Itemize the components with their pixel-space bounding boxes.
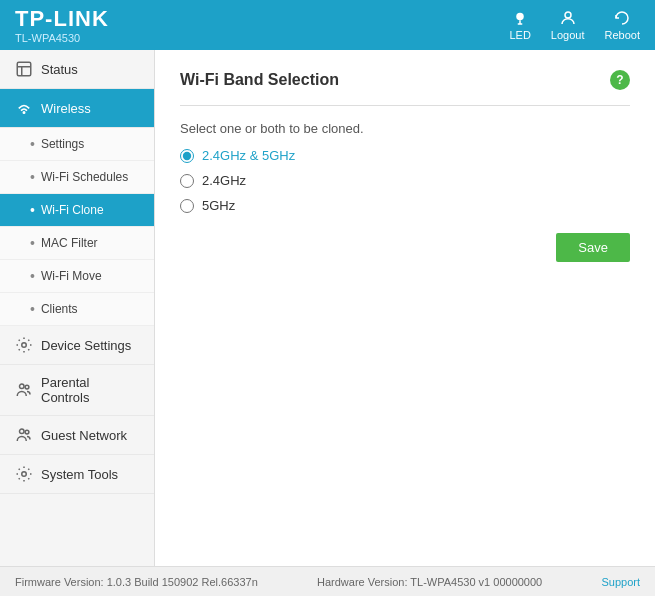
- svg-point-8: [22, 343, 27, 348]
- sidebar-subitem-wifi-clone[interactable]: Wi-Fi Clone: [0, 194, 154, 227]
- reboot-button[interactable]: Reboot: [605, 9, 640, 41]
- brand-name: TP-LINK: [15, 6, 109, 32]
- option-5ghz[interactable]: 5GHz: [180, 198, 630, 213]
- radio-both[interactable]: [180, 149, 194, 163]
- option-24ghz-label: 2.4GHz: [202, 173, 246, 188]
- save-button[interactable]: Save: [556, 233, 630, 262]
- led-button[interactable]: LED: [509, 9, 530, 41]
- sidebar-item-parental-controls[interactable]: Parental Controls: [0, 365, 154, 416]
- wireless-submenu: Settings Wi-Fi Schedules Wi-Fi Clone MAC…: [0, 128, 154, 326]
- settings-label: Settings: [41, 137, 84, 151]
- device-settings-label: Device Settings: [41, 338, 131, 353]
- support-link[interactable]: Support: [601, 576, 640, 588]
- led-icon: [511, 9, 529, 27]
- parental-controls-icon: [15, 381, 33, 399]
- parental-controls-label: Parental Controls: [41, 375, 139, 405]
- svg-point-10: [25, 385, 29, 389]
- page-title-text: Wi-Fi Band Selection: [180, 71, 339, 89]
- mac-filter-label: MAC Filter: [41, 236, 98, 250]
- led-label: LED: [509, 29, 530, 41]
- svg-point-13: [22, 472, 27, 477]
- sidebar-item-system-tools[interactable]: System Tools: [0, 455, 154, 494]
- sidebar-subitem-settings[interactable]: Settings: [0, 128, 154, 161]
- device-settings-icon: [15, 336, 33, 354]
- sidebar-item-guest-network[interactable]: Guest Network: [0, 416, 154, 455]
- main-content: Wi-Fi Band Selection ? Select one or bot…: [155, 50, 655, 566]
- sidebar-subitem-mac-filter[interactable]: MAC Filter: [0, 227, 154, 260]
- svg-point-11: [20, 429, 25, 434]
- section-description: Select one or both to be cloned.: [180, 121, 630, 136]
- system-tools-icon: [15, 465, 33, 483]
- guest-network-icon: [15, 426, 33, 444]
- model-name: TL-WPA4530: [15, 32, 109, 44]
- svg-point-3: [565, 12, 571, 18]
- logout-button[interactable]: Logout: [551, 9, 585, 41]
- title-divider: [180, 105, 630, 106]
- sidebar-item-status[interactable]: Status: [0, 50, 154, 89]
- header: TP-LINK TL-WPA4530 LED Logout Reboot: [0, 0, 655, 50]
- sidebar: Status Wireless Settings Wi-Fi Schedules…: [0, 50, 155, 566]
- logout-label: Logout: [551, 29, 585, 41]
- sidebar-subitem-wifi-move[interactable]: Wi-Fi Move: [0, 260, 154, 293]
- reboot-icon: [613, 9, 631, 27]
- main-layout: Status Wireless Settings Wi-Fi Schedules…: [0, 50, 655, 566]
- system-tools-label: System Tools: [41, 467, 118, 482]
- header-actions: LED Logout Reboot: [509, 9, 640, 41]
- sidebar-item-wireless[interactable]: Wireless: [0, 89, 154, 128]
- firmware-version: Firmware Version: 1.0.3 Build 150902 Rel…: [15, 576, 258, 588]
- wireless-label: Wireless: [41, 101, 91, 116]
- svg-point-7: [23, 112, 25, 114]
- option-5ghz-label: 5GHz: [202, 198, 235, 213]
- svg-rect-2: [518, 23, 523, 25]
- sidebar-subitem-wifi-schedules[interactable]: Wi-Fi Schedules: [0, 161, 154, 194]
- svg-point-0: [516, 13, 524, 21]
- logout-icon: [559, 9, 577, 27]
- option-both[interactable]: 2.4GHz & 5GHz: [180, 148, 630, 163]
- band-selection-group: 2.4GHz & 5GHz 2.4GHz 5GHz: [180, 148, 630, 213]
- status-label: Status: [41, 62, 78, 77]
- wireless-icon: [15, 99, 33, 117]
- radio-24ghz[interactable]: [180, 174, 194, 188]
- page-header: Wi-Fi Band Selection ?: [180, 70, 630, 90]
- clients-label: Clients: [41, 302, 78, 316]
- sidebar-subitem-clients[interactable]: Clients: [0, 293, 154, 326]
- option-24ghz[interactable]: 2.4GHz: [180, 173, 630, 188]
- help-button[interactable]: ?: [610, 70, 630, 90]
- svg-point-9: [20, 384, 25, 389]
- wifi-move-label: Wi-Fi Move: [41, 269, 102, 283]
- radio-5ghz[interactable]: [180, 199, 194, 213]
- reboot-label: Reboot: [605, 29, 640, 41]
- wifi-clone-label: Wi-Fi Clone: [41, 203, 104, 217]
- svg-rect-4: [17, 62, 31, 76]
- svg-point-12: [25, 430, 29, 434]
- brand-logo: TP-LINK TL-WPA4530: [15, 6, 109, 44]
- option-both-label: 2.4GHz & 5GHz: [202, 148, 295, 163]
- guest-network-label: Guest Network: [41, 428, 127, 443]
- sidebar-item-device-settings[interactable]: Device Settings: [0, 326, 154, 365]
- status-icon: [15, 60, 33, 78]
- footer: Firmware Version: 1.0.3 Build 150902 Rel…: [0, 566, 655, 596]
- wifi-schedules-label: Wi-Fi Schedules: [41, 170, 128, 184]
- hardware-version: Hardware Version: TL-WPA4530 v1 00000000: [317, 576, 542, 588]
